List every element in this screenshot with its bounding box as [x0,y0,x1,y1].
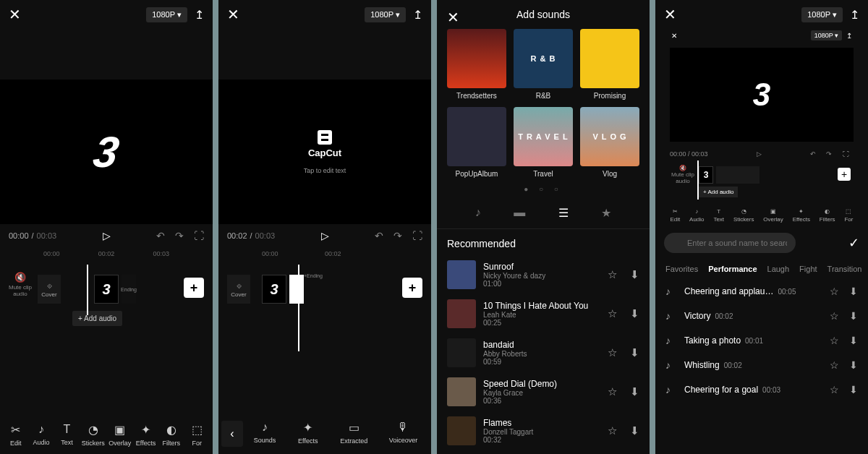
download-icon[interactable]: ⬇ [630,346,639,359]
tool-stickers[interactable]: ◔Stickers [82,423,105,447]
favorite-icon[interactable]: ☆ [608,385,617,398]
mini-tool-audio[interactable]: ♪Audio [689,208,704,223]
ending-clip[interactable]: Ending [122,275,136,304]
mini-tool-text[interactable]: TText [713,208,724,223]
video-clip[interactable]: 3 [94,275,119,304]
back-button[interactable]: ‹ [221,421,243,447]
redo-icon[interactable]: ↷ [393,230,402,241]
cover-button[interactable]: ⟐Cover [38,275,61,304]
download-icon[interactable]: ⬇ [630,424,639,437]
favorite-icon[interactable]: ☆ [830,286,839,297]
category-vlog[interactable]: V L O GVlog [580,107,639,178]
tiktok-tab-icon[interactable]: ♪ [475,206,481,220]
tool-effects[interactable]: ✦Effects [297,421,319,447]
song-item[interactable]: Speed Dial (Demo)Kayla Grace00:36☆⬇ [437,372,650,411]
download-icon[interactable]: ⬇ [849,310,858,322]
tool-edit[interactable]: ✂Edit [5,423,27,447]
confirm-button[interactable]: ✓ [848,235,859,251]
tool-for[interactable]: ⬚For [186,423,208,447]
download-icon[interactable]: ⬇ [849,359,858,371]
add-clip-button[interactable]: + [184,278,204,298]
tap-to-edit-text[interactable]: Tap to edit text [304,167,346,174]
sfx-item[interactable]: ♪Cheering and applau…00:05☆⬇ [655,279,868,304]
category-promising[interactable]: Promising [580,29,639,100]
tool-audio[interactable]: ♪Audio [30,423,52,447]
mini-preview[interactable]: 3 [670,48,854,142]
tool-effects[interactable]: ✦Effects [135,423,157,447]
tool-filters[interactable]: ◐Filters [161,423,182,447]
play-button[interactable]: ▷ [321,230,329,241]
fullscreen-icon[interactable]: ⛶ [412,230,422,241]
mini-tool-edit[interactable]: ✂Edit [670,208,680,223]
page-dots[interactable]: ● ○ ○ [437,178,650,200]
close-icon[interactable]: ✕ [447,9,459,26]
playhead[interactable] [87,265,88,315]
folder-tab-icon[interactable]: ▬ [514,206,525,220]
favorite-icon[interactable]: ☆ [830,335,839,346]
mute-clip-button[interactable]: 🔇Mute clip audio [9,272,32,297]
mini-tool-overlay[interactable]: ▣Overlay [763,208,783,223]
close-icon[interactable]: ✕ [9,6,21,23]
download-icon[interactable]: ⬇ [630,268,639,281]
mini-resolution[interactable]: 1080P ▾ [811,30,842,40]
mini-export-icon[interactable]: ↥ [846,32,852,40]
mini-tool-filters[interactable]: ◐Filters [820,208,835,223]
song-item[interactable]: FlamesDonzell Taggart00:32☆⬇ [437,411,650,450]
filter-performance[interactable]: Performance [708,265,757,273]
add-audio-button[interactable]: + Add audio [72,311,122,326]
undo-icon[interactable]: ↶ [375,230,383,241]
sfx-item[interactable]: ♪Whistling00:02☆⬇ [655,353,868,377]
mini-close-icon[interactable]: ✕ [671,32,677,40]
favorites-tab-icon[interactable]: ★ [601,206,611,220]
export-icon[interactable]: ↥ [850,8,859,22]
export-icon[interactable]: ↥ [413,8,422,22]
cover-button[interactable]: ⟐Cover [227,275,250,304]
video-preview[interactable]: CapCut Tap to edit text [218,80,431,224]
mini-tool-effects[interactable]: ✦Effects [793,208,810,223]
tool-extracted[interactable]: ▭Extracted [340,421,367,447]
search-input[interactable] [664,233,796,253]
tool-sounds[interactable]: ♪Sounds [254,421,276,447]
favorite-icon[interactable]: ☆ [830,310,839,322]
favorite-icon[interactable]: ☆ [830,359,839,371]
favorite-icon[interactable]: ☆ [608,268,617,281]
mini-play-button[interactable]: ▷ [757,150,762,158]
playhead[interactable] [298,265,299,351]
download-icon[interactable]: ⬇ [630,307,639,320]
category-trendsetters[interactable]: Trendsetters [447,29,506,100]
resolution-selector[interactable]: 1080P▾ [801,7,843,22]
sfx-item[interactable]: ♪Taking a photo00:01☆⬇ [655,328,868,353]
timeline[interactable]: 00:0000:0200:03 🔇Mute clip audio ⟐Cover … [0,247,213,322]
redo-icon[interactable]: ↷ [175,230,184,241]
mini-tool-for[interactable]: ⬚For [844,208,853,223]
fullscreen-icon[interactable]: ⛶ [194,230,204,241]
song-item[interactable]: SunroofNicky Youre & dazy01:00☆⬇ [437,255,650,294]
video-preview[interactable]: 3 [0,80,213,224]
resolution-selector[interactable]: 1080P▾ [365,7,406,22]
add-clip-button[interactable]: + [402,278,422,298]
favorite-icon[interactable]: ☆ [608,424,617,437]
play-button[interactable]: ▷ [103,230,111,241]
mini-timeline[interactable]: 🔇Mute clipaudio 3 + + Add audio [655,160,868,204]
song-item[interactable]: 10 Things I Hate About YouLeah Kate00:25… [437,294,650,333]
library-tab-icon[interactable]: ☰ [558,206,569,220]
download-icon[interactable]: ⬇ [849,335,858,346]
download-icon[interactable]: ⬇ [630,385,639,398]
download-icon[interactable]: ⬇ [849,384,858,395]
download-icon[interactable]: ⬇ [849,286,858,297]
mini-tool-stickers[interactable]: ◔Stickers [733,208,754,223]
export-icon[interactable]: ↥ [195,8,204,22]
filter-fight[interactable]: Fight [799,265,817,273]
category-r&b[interactable]: R & BR&B [514,29,573,100]
tool-voiceover[interactable]: 🎙Voiceover [389,421,418,447]
category-popupalbum[interactable]: PopUpAlbum [447,107,506,178]
tool-text[interactable]: TText [56,423,77,447]
undo-icon[interactable]: ↶ [156,230,165,241]
filter-laugh[interactable]: Laugh [767,265,790,273]
favorite-icon[interactable]: ☆ [608,307,617,320]
favorite-icon[interactable]: ☆ [608,346,617,359]
close-icon[interactable]: ✕ [664,6,676,23]
song-item[interactable]: bandaidAbby Roberts00:59☆⬇ [437,333,650,372]
resolution-selector[interactable]: 1080P▾ [146,7,187,22]
video-clip[interactable]: 3 [262,275,286,304]
